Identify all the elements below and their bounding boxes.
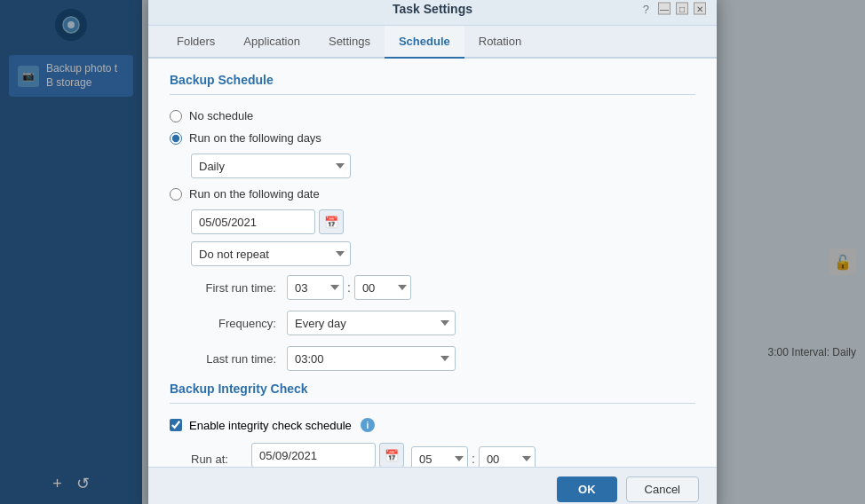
run-days-sub: Daily Weekly Monthly (191, 154, 695, 178)
daily-dropdown-row: Daily Weekly Monthly (191, 154, 695, 178)
frequency-row: Frequency: Every day Every hour Every 2 … (170, 311, 695, 335)
tab-application[interactable]: Application (229, 26, 314, 59)
last-run-select[interactable]: 03:00 04:00 05:00 (287, 346, 456, 371)
no-schedule-row: No schedule (170, 109, 695, 122)
ok-button[interactable]: OK (557, 476, 617, 502)
enable-integrity-label: Enable integrity check schedule (189, 419, 352, 432)
tab-rotation[interactable]: Rotation (464, 26, 536, 59)
tab-folders[interactable]: Folders (163, 26, 229, 59)
time-separator-1: : (347, 280, 351, 295)
no-schedule-label: No schedule (189, 109, 253, 122)
first-run-minute-select[interactable]: 00 15 30 45 (354, 275, 411, 300)
run-at-row: Run at: 📅 05 06 : 00 15 (191, 443, 695, 467)
help-button[interactable]: ? (643, 3, 649, 16)
integrity-date-row: 📅 (251, 443, 404, 467)
enable-integrity-checkbox[interactable] (170, 419, 182, 431)
first-run-label: First run time: (170, 281, 276, 295)
tab-settings[interactable]: Settings (314, 26, 385, 59)
last-run-row: Last run time: 03:00 04:00 05:00 (170, 346, 695, 371)
run-days-label: Run on the following days (189, 131, 321, 145)
info-icon[interactable]: i (361, 418, 375, 432)
date-input-row: 📅 (191, 209, 695, 234)
date-input[interactable] (191, 209, 315, 234)
run-at-label: Run at: (191, 453, 244, 466)
enable-integrity-row: Enable integrity check schedule i (170, 418, 695, 432)
first-run-time-group: 03 04 05 : 00 15 30 45 (287, 275, 411, 300)
frequency-label: Frequency: (170, 317, 276, 330)
last-run-label: Last run time: (170, 352, 276, 366)
first-run-row: First run time: 03 04 05 : 00 15 30 45 (170, 275, 695, 300)
integrity-minute-select[interactable]: 00 15 (479, 446, 536, 467)
integrity-check-heading: Backup Integrity Check (170, 382, 695, 396)
maximize-button[interactable]: □ (676, 3, 688, 15)
close-button[interactable]: ✕ (694, 3, 706, 15)
integrity-divider (170, 403, 695, 404)
cancel-button[interactable]: Cancel (626, 476, 699, 502)
time-separator-2: : (472, 452, 475, 466)
run-date-row: Run on the following date (170, 187, 695, 201)
backup-schedule-heading: Backup Schedule (170, 73, 695, 87)
first-run-hour-select[interactable]: 03 04 05 (287, 275, 344, 300)
daily-frequency-select[interactable]: Daily Weekly Monthly (191, 154, 351, 178)
integrity-time-group: 05 06 : 00 15 (411, 446, 536, 467)
run-date-label: Run on the following date (189, 187, 320, 201)
schedule-divider (170, 94, 695, 95)
dialog-footer: OK Cancel (148, 467, 717, 504)
integrity-calendar-button[interactable]: 📅 (379, 443, 404, 467)
dialog-title: Task Settings (393, 2, 472, 16)
no-schedule-radio[interactable] (170, 110, 182, 122)
dialog-body: Backup Schedule No schedule Run on the f… (148, 59, 717, 467)
dialog-tabs: Folders Application Settings Schedule Ro… (148, 26, 717, 59)
dialog-titlebar: Task Settings ? — □ ✕ (148, 0, 717, 26)
run-date-sub: 📅 Do not repeat Every day Every week Eve… (191, 209, 695, 266)
repeat-select[interactable]: Do not repeat Every day Every week Every… (191, 241, 351, 266)
window-controls: ? — □ ✕ (643, 3, 706, 16)
task-settings-dialog: Task Settings ? — □ ✕ Folders Applicatio… (148, 0, 717, 504)
repeat-dropdown-row: Do not repeat Every day Every week Every… (191, 241, 695, 266)
tab-schedule[interactable]: Schedule (385, 26, 464, 59)
run-date-radio[interactable] (170, 188, 182, 201)
run-days-radio[interactable] (170, 132, 182, 145)
calendar-button[interactable]: 📅 (319, 209, 344, 234)
integrity-hour-select[interactable]: 05 06 (411, 446, 468, 467)
frequency-select[interactable]: Every day Every hour Every 2 hours (287, 311, 456, 335)
run-days-row: Run on the following days (170, 131, 695, 145)
minimize-button[interactable]: — (658, 3, 671, 15)
dialog-overlay: Task Settings ? — □ ✕ Folders Applicatio… (0, 0, 865, 504)
integrity-date-input[interactable] (251, 443, 376, 467)
